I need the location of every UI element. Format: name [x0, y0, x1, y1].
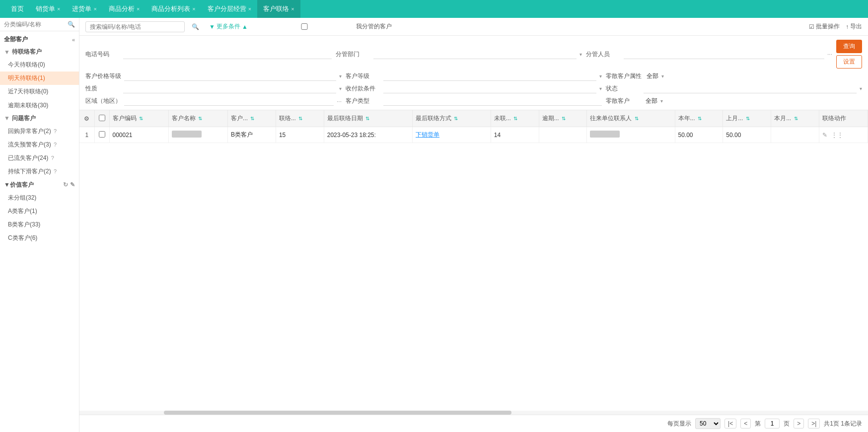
page-number-input[interactable]: [765, 419, 780, 429]
sidebar-item-overdue-pending[interactable]: 逾期未联络(30): [0, 99, 79, 112]
edit-icon[interactable]: ✎: [70, 181, 75, 188]
status-dropdown-icon[interactable]: ▾: [860, 86, 862, 91]
payment-dropdown-icon[interactable]: ▾: [599, 86, 602, 91]
sort-icon-this-year[interactable]: ⇅: [698, 116, 702, 121]
sidebar-item-ungrouped[interactable]: 未分组(32): [0, 191, 79, 205]
search-icon[interactable]: 🔍: [68, 21, 75, 28]
nature-input[interactable]: [123, 84, 336, 93]
sort-icon-overdue[interactable]: ⇅: [562, 116, 566, 121]
th-code: 客户编码 ⇅: [109, 110, 168, 127]
problem-section-label: 问题客户: [12, 114, 36, 123]
sort-icon-contact[interactable]: ⇅: [298, 116, 302, 121]
refresh-icon[interactable]: ↻: [63, 181, 68, 188]
sort-icon-company[interactable]: ⇅: [635, 116, 639, 121]
nav-product-analysis-list[interactable]: 商品分析列表 ×: [145, 0, 201, 18]
select-all-checkbox[interactable]: [99, 115, 105, 121]
dept-dropdown-icon[interactable]: ▾: [579, 52, 582, 57]
setting-button[interactable]: 设置: [836, 55, 862, 69]
sidebar-search-area: 🔍: [0, 18, 79, 31]
th-last-month: 上月... ⇅: [723, 110, 771, 127]
all-customers-title[interactable]: 全部客户 «: [0, 31, 79, 46]
phone-input[interactable]: [123, 50, 332, 59]
price-level-input[interactable]: [124, 72, 336, 81]
region-dots[interactable]: ···: [337, 98, 342, 105]
status-input[interactable]: [644, 84, 857, 93]
value-section-title[interactable]: ▼ 价值客户 ↻ ✎: [0, 179, 79, 191]
nav-close-product-analysis[interactable]: ×: [137, 6, 140, 12]
prev-page-button[interactable]: <: [740, 419, 751, 429]
horizontal-scrollbar[interactable]: [79, 411, 868, 415]
export-button[interactable]: ↑ 导出: [846, 22, 862, 31]
row-checkbox[interactable]: [99, 131, 105, 138]
manager-dots[interactable]: ···: [827, 51, 832, 58]
sidebar-item-lost[interactable]: 已流失客户(24) ?: [0, 151, 79, 165]
sidebar-item-abnormal[interactable]: 回购异常客户(2) ?: [0, 125, 79, 138]
more-conditions-button[interactable]: ▼ 更多条件 ▲: [206, 21, 251, 32]
sidebar-item-a-class[interactable]: A类客户(1): [0, 205, 79, 218]
sidebar-search-input[interactable]: [4, 21, 68, 28]
last-page-button[interactable]: >|: [808, 419, 820, 429]
sort-icon-code[interactable]: ⇅: [139, 116, 143, 121]
search-button[interactable]: 🔍: [189, 22, 202, 32]
manager-input[interactable]: [624, 50, 824, 59]
nav-close-purchase-order[interactable]: ×: [93, 6, 96, 12]
sidebar-item-warning[interactable]: 流失预警客户(3) ?: [0, 138, 79, 151]
scrollbar-thumb[interactable]: [164, 411, 511, 415]
pending-section-title[interactable]: ▼ 待联络客户: [0, 46, 79, 58]
sidebar-item-c-class[interactable]: C类客户(6): [0, 231, 79, 245]
retail-attr-dropdown-icon[interactable]: ▾: [661, 73, 664, 79]
more-action-icon[interactable]: ⋮⋮: [831, 132, 843, 139]
dept-input[interactable]: [373, 50, 577, 59]
sidebar-item-b-class[interactable]: B类客户(33): [0, 218, 79, 231]
td-last-date: 2023-05-23 18:25:: [324, 127, 412, 143]
payment-input[interactable]: [383, 84, 596, 93]
nav-close-customer-contact[interactable]: ×: [291, 6, 294, 12]
sort-icon-name[interactable]: ⇅: [198, 116, 202, 121]
customer-level-input[interactable]: [383, 72, 596, 81]
nav-close-product-analysis-list[interactable]: ×: [192, 6, 195, 12]
td-last-method[interactable]: 下销货单: [413, 127, 491, 143]
my-customers-checkbox[interactable]: [255, 23, 354, 30]
per-page-select[interactable]: 50 100 200: [695, 418, 721, 429]
sidebar-item-tomorrow-pending[interactable]: 明天待联络(1): [0, 72, 79, 85]
next-page-button[interactable]: >: [794, 419, 804, 429]
nav-close-customer-tier[interactable]: ×: [248, 6, 251, 12]
problem-section-title[interactable]: ▼ 问题客户: [0, 112, 79, 125]
customer-type-input[interactable]: [383, 96, 602, 106]
my-customers-checkbox-label[interactable]: 我分管的客户: [255, 22, 392, 31]
nav-purchase-order[interactable]: 进货单 ×: [66, 0, 102, 18]
nav-sales-order[interactable]: 销货单 ×: [30, 0, 66, 18]
query-btn-group: 查询 设置: [836, 40, 862, 69]
price-level-dropdown-icon[interactable]: ▾: [339, 73, 342, 79]
gear-icon[interactable]: ⚙: [84, 115, 89, 122]
th-gear[interactable]: ⚙: [79, 110, 94, 127]
sort-icon-last-method[interactable]: ⇅: [454, 116, 458, 121]
sidebar-item-today-pending[interactable]: 今天待联络(0): [0, 58, 79, 72]
sort-icon-unlink[interactable]: ⇅: [513, 116, 517, 121]
page-suffix: 页: [784, 420, 790, 428]
sort-icon-type[interactable]: ⇅: [250, 116, 254, 121]
sort-icon-last-month[interactable]: ⇅: [746, 116, 750, 121]
sort-icon-last-date[interactable]: ⇅: [365, 116, 369, 121]
nav-customer-contact[interactable]: 客户联络 ×: [257, 0, 300, 18]
search-input[interactable]: [85, 21, 185, 32]
query-button[interactable]: 查询: [836, 40, 862, 53]
td-this-year: 50.00: [675, 127, 723, 143]
region-input[interactable]: [124, 96, 334, 106]
nature-dropdown-icon[interactable]: ▾: [339, 86, 342, 91]
customer-level-dropdown-icon[interactable]: ▾: [599, 73, 602, 79]
retail-customer-dropdown-icon[interactable]: ▾: [660, 98, 663, 104]
sort-icon-this-month[interactable]: ⇅: [794, 116, 798, 121]
nav-product-analysis[interactable]: 商品分析 ×: [103, 0, 145, 18]
nav-close-sales-order[interactable]: ×: [57, 6, 60, 12]
edit-action-icon[interactable]: ✎: [822, 132, 827, 139]
nav-home[interactable]: 首页: [5, 0, 30, 18]
th-last-method: 最后联络方式 ⇅: [413, 110, 491, 127]
td-code: 000021: [109, 127, 168, 143]
td-type: B类客户: [228, 127, 276, 143]
sidebar-item-declining[interactable]: 持续下滑客户(2) ?: [0, 165, 79, 178]
first-page-button[interactable]: |<: [724, 419, 736, 429]
batch-ops-button[interactable]: ☑ 批量操作: [809, 22, 840, 31]
nav-customer-tier[interactable]: 客户分层经营 ×: [202, 0, 257, 18]
sidebar-item-7days-pending[interactable]: 近7天待联络(0): [0, 85, 79, 98]
